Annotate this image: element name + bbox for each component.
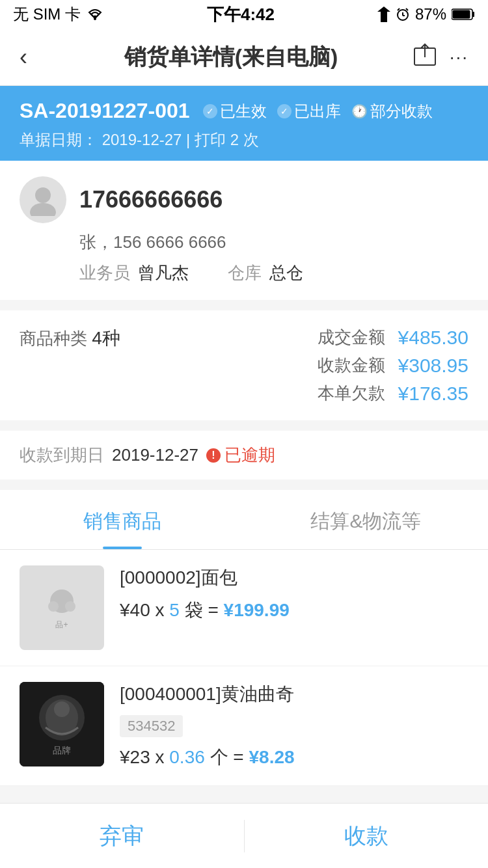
equals-1: = [208, 600, 223, 620]
price-x-1: x [156, 600, 170, 620]
svg-point-18 [54, 701, 70, 717]
salesperson-value: 曾凡杰 [138, 262, 189, 284]
status-shipped: ✓ 已出库 [277, 101, 341, 122]
alarm-icon [396, 7, 410, 21]
bottom-bar: 弃审 收款 [0, 803, 488, 868]
header-banner: SA-20191227-001 ✓ 已生效 ✓ 已出库 🕐 部分收款 单据日期：… [0, 86, 488, 161]
svg-text:品+: 品+ [55, 620, 68, 629]
unit-1: 袋 [185, 600, 203, 620]
product-price-row-2: ¥23 x 0.36 个 = ¥8.28 [120, 745, 468, 770]
status-partial-text: 部分收款 [370, 101, 433, 122]
warehouse-meta: 仓库 总仓 [228, 262, 303, 284]
price-unit-2: ¥23 [120, 747, 150, 767]
warehouse-value: 总仓 [269, 262, 303, 284]
confirm-button[interactable]: 收款 [245, 808, 489, 864]
signal-text: 无 SIM 卡 [13, 4, 81, 25]
category-count: 4种 [92, 328, 120, 348]
wifi-icon [86, 8, 104, 21]
svg-point-0 [94, 18, 96, 20]
overdue-text: 已逾期 [224, 444, 275, 467]
check-icon-1: ✓ [203, 104, 217, 118]
deal-label: 成交金额 [318, 326, 385, 349]
equals-2: = [233, 747, 249, 767]
product-image-1-icon: 品+ [36, 582, 88, 634]
customer-section: 17666666666 张，156 6666 6666 业务员 曾凡杰 仓库 总… [0, 161, 488, 300]
product-image-2-icon: 品牌 [20, 682, 104, 766]
received-amount: ¥308.95 [398, 355, 468, 377]
product-name-2: [000400001]黄油曲奇 [120, 682, 468, 707]
cancel-button[interactable]: 弃审 [0, 808, 244, 864]
salesperson-meta: 业务员 曾凡杰 [79, 262, 189, 284]
more-icon[interactable]: ··· [450, 47, 468, 68]
svg-rect-5 [472, 12, 474, 17]
battery-percent: 87% [415, 5, 446, 23]
product-info-2: [000400001]黄油曲奇 534532 ¥23 x 0.36 个 = ¥8… [120, 682, 468, 770]
received-row: 收款金额 ¥308.95 [318, 354, 468, 377]
status-shipped-text: 已出库 [294, 101, 341, 122]
debt-label: 本单欠款 [318, 382, 385, 405]
svg-text:品牌: 品牌 [53, 745, 71, 755]
due-label: 收款到期日 [20, 444, 104, 467]
product-item: 品+ [0000002]面包 ¥40 x 5 袋 = ¥199.99 [0, 550, 488, 666]
salesperson-label: 业务员 [79, 262, 130, 284]
status-partial: 🕐 部分收款 [351, 101, 433, 122]
tabs-row: 销售商品 结算&物流等 [0, 490, 488, 550]
overdue-badge: ! 已逾期 [206, 444, 275, 467]
unit-2: 个 [210, 747, 228, 767]
customer-sub: 张，156 6666 6666 [20, 231, 468, 254]
svg-point-9 [35, 187, 51, 203]
svg-point-12 [48, 601, 59, 612]
product-price-row-1: ¥40 x 5 袋 = ¥199.99 [120, 598, 468, 623]
stats-category: 商品种类 4种 [20, 326, 120, 351]
product-name-1: [0000002]面包 [120, 565, 468, 590]
quantity-2: 0.36 [169, 747, 205, 767]
overdue-dot-icon: ! [206, 448, 221, 463]
total-2: ¥8.28 [249, 747, 294, 767]
due-date: 2019-12-27 [112, 445, 198, 465]
status-left: 无 SIM 卡 [13, 4, 104, 25]
status-time: 下午4:42 [207, 3, 275, 26]
check-icon-2: ✓ [277, 104, 291, 118]
svg-point-13 [65, 601, 75, 612]
status-bar: 无 SIM 卡 下午4:42 87% [0, 0, 488, 29]
battery-icon [452, 8, 475, 20]
back-button[interactable]: ‹ [20, 44, 59, 71]
share-icon[interactable] [413, 43, 437, 72]
person-icon [27, 183, 59, 216]
banner-date: 单据日期： 2019-12-27 | 打印 2 次 [20, 129, 468, 150]
customer-meta: 业务员 曾凡杰 仓库 总仓 [20, 262, 468, 284]
status-effective: ✓ 已生效 [203, 101, 267, 122]
deal-row: 成交金额 ¥485.30 [318, 326, 468, 349]
nav-actions: ··· [403, 43, 468, 72]
stats-amounts: 成交金额 ¥485.30 收款金额 ¥308.95 本单欠款 ¥176.35 [318, 326, 468, 405]
price-x-2: x [156, 747, 170, 767]
customer-name: 17666666666 [79, 186, 223, 213]
tab-sales-products[interactable]: 销售商品 [0, 490, 244, 549]
status-effective-text: 已生效 [220, 101, 267, 122]
products-section: 品+ [0000002]面包 ¥40 x 5 袋 = ¥199.99 [0, 550, 488, 786]
date-value: 2019-12-27 [102, 131, 182, 148]
stats-section: 商品种类 4种 成交金额 ¥485.30 收款金额 ¥308.95 本单欠款 ¥… [0, 310, 488, 420]
print-info: 打印 2 次 [195, 131, 259, 148]
order-row: SA-20191227-001 ✓ 已生效 ✓ 已出库 🕐 部分收款 [20, 99, 468, 123]
category-label: 商品种类 [20, 329, 87, 348]
tab-settlement[interactable]: 结算&物流等 [244, 490, 488, 549]
tabs-section: 销售商品 结算&物流等 [0, 490, 488, 550]
product-info-1: [0000002]面包 ¥40 x 5 袋 = ¥199.99 [120, 565, 468, 623]
deal-amount: ¥485.30 [398, 327, 468, 349]
quantity-1: 5 [169, 600, 180, 620]
svg-point-10 [30, 203, 56, 216]
debt-row: 本单欠款 ¥176.35 [318, 382, 468, 405]
due-section: 收款到期日 2019-12-27 ! 已逾期 [0, 431, 488, 480]
date-label: 单据日期： [20, 131, 98, 148]
status-badges: ✓ 已生效 ✓ 已出库 🕐 部分收款 [203, 101, 433, 122]
price-unit-1: ¥40 [120, 600, 150, 620]
svg-rect-6 [452, 10, 470, 19]
customer-avatar [20, 176, 66, 223]
total-1: ¥199.99 [224, 600, 290, 620]
product-tag-2: 534532 [120, 715, 183, 737]
product-thumb-1: 品+ [20, 565, 104, 650]
warehouse-label: 仓库 [228, 262, 262, 284]
separator: | [186, 131, 195, 148]
status-right: 87% [377, 5, 475, 23]
